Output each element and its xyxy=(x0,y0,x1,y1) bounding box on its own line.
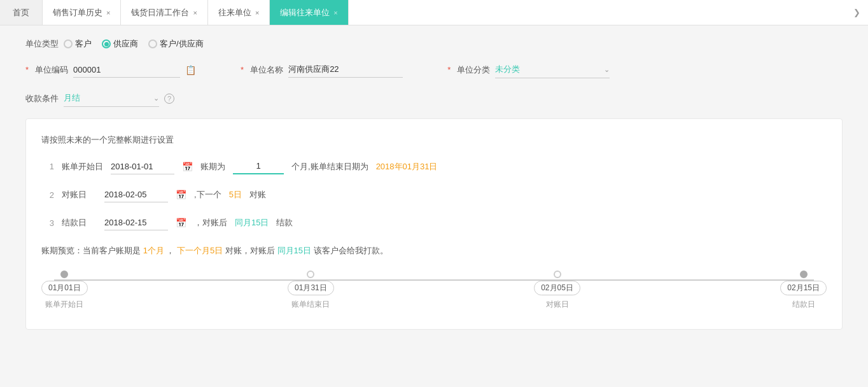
timeline-dot-start xyxy=(60,271,68,278)
tab-partners-label: 往来单位 xyxy=(218,7,251,18)
tab-sales-history-close[interactable]: × xyxy=(106,9,110,17)
preview-comma1: ， xyxy=(166,246,174,255)
unit-info-row: * 单位编码 📋 * 单位名称 * 单位分类 未分类 ⌄ xyxy=(25,61,843,78)
copy-icon[interactable]: 📋 xyxy=(185,65,196,75)
payment-condition-dropdown[interactable]: 月结 ⌄ xyxy=(64,90,159,107)
unit-category-arrow-icon: ⌄ xyxy=(604,66,610,74)
setting-row-1: 1 账单开始日 📅 账期为 个月,账单结束日期为 2018年01月31日 xyxy=(41,158,827,174)
payment-day-highlight: 同月15日 xyxy=(235,217,269,229)
unit-type-label: 单位类型 xyxy=(25,38,59,50)
row-1-period-label: 账期为 xyxy=(200,161,225,172)
timeline-node-recon: 02月05日 对账日 xyxy=(534,271,580,310)
timeline-badge-start: 01月01日 xyxy=(41,281,88,295)
tab-cashflow-close[interactable]: × xyxy=(193,9,197,17)
unit-name-input[interactable] xyxy=(288,62,403,78)
radio-both-label: 客户/供应商 xyxy=(160,38,204,50)
radio-group-unit-type: 客户 供应商 客户/供应商 xyxy=(64,38,204,50)
preview-suffix: 该客户会给我打款。 xyxy=(314,246,388,255)
row-3-suffix: 结款 xyxy=(276,217,293,229)
preview-payment: 同月15日 xyxy=(277,246,311,255)
page-content: 单位类型 客户 供应商 客户/供应商 * 单位编码 xyxy=(0,25,868,387)
row-2-prefix: ,下一个 xyxy=(194,189,221,201)
months-input[interactable] xyxy=(233,158,284,174)
timeline-dot-bill-end xyxy=(307,271,314,278)
recon-date-calendar-icon[interactable]: 📅 xyxy=(176,190,186,200)
recon-day-highlight: 5日 xyxy=(229,189,242,201)
tab-partners[interactable]: 往来单位 × xyxy=(208,0,270,25)
payment-date-input[interactable] xyxy=(104,215,168,230)
preview-months: 1个月 xyxy=(143,246,164,255)
row-1-num: 1 xyxy=(41,162,54,171)
row-1-suffix: 个月,账单结束日期为 xyxy=(291,161,368,172)
payment-condition-value: 月结 xyxy=(64,92,151,104)
unit-category-value: 未分类 xyxy=(495,64,601,75)
bill-end-date-highlight: 2018年01月31日 xyxy=(376,161,438,172)
unit-category-star: * xyxy=(447,65,451,74)
tab-home[interactable]: 首页 xyxy=(0,0,43,25)
tab-arrow[interactable]: ❯ xyxy=(846,0,868,25)
radio-customer-circle xyxy=(64,39,73,48)
timeline-dot-recon xyxy=(554,271,561,278)
preview-text: 账期预览：当前客户账期是 1个月 ， 下一个月5日 对账，对账后 同月15日 该… xyxy=(41,243,827,258)
tab-cashflow-label: 钱货日清工作台 xyxy=(131,7,189,18)
help-icon[interactable]: ? xyxy=(164,94,174,104)
radio-supplier-label: 供应商 xyxy=(113,38,138,50)
payment-date-calendar-icon[interactable]: 📅 xyxy=(176,218,186,228)
panel-hint: 请按照未来的一个完整帐期进行设置 xyxy=(41,134,827,146)
unit-category-label: 单位分类 xyxy=(457,64,490,76)
unit-code-field: * 单位编码 📋 xyxy=(25,62,196,78)
timeline-wrap: 01月01日 账单开始日 01月31日 账单结束日 02月05日 对账日 02月… xyxy=(41,271,827,310)
unit-code-input[interactable] xyxy=(73,62,180,78)
unit-code-star: * xyxy=(25,65,29,74)
timeline-dot-payment xyxy=(800,271,808,278)
tab-edit-partner-close[interactable]: × xyxy=(333,9,337,17)
tab-sales-history-label: 销售订单历史 xyxy=(53,7,102,18)
payment-condition-field: 收款条件 月结 ⌄ ? xyxy=(25,90,174,107)
row-3-num: 3 xyxy=(41,218,54,228)
setting-row-3: 3 结款日 📅 ，对账后 同月15日 结款 xyxy=(41,215,827,230)
row-3-label: 结款日 xyxy=(62,217,97,229)
timeline-badge-recon: 02月05日 xyxy=(534,281,580,295)
payment-condition-row: 收款条件 月结 ⌄ ? xyxy=(25,90,843,107)
settings-panel: 请按照未来的一个完整帐期进行设置 1 账单开始日 📅 账期为 个月,账单结束日期… xyxy=(25,118,843,330)
unit-type-row: 单位类型 客户 供应商 客户/供应商 xyxy=(25,38,843,50)
timeline-badge-bill-end: 01月31日 xyxy=(288,281,334,295)
timeline-label-bill-end: 账单结束日 xyxy=(291,299,330,310)
radio-both[interactable]: 客户/供应商 xyxy=(148,38,204,50)
unit-name-star: * xyxy=(241,65,244,74)
timeline-node-payment: 02月15日 结款日 xyxy=(780,271,827,310)
tab-bar: 首页 销售订单历史 × 钱货日清工作台 × 往来单位 × 编辑往来单位 × ❯ xyxy=(0,0,868,25)
unit-name-label: 单位名称 xyxy=(250,64,283,76)
radio-both-circle xyxy=(148,39,157,48)
recon-date-input[interactable] xyxy=(104,187,168,202)
start-date-input[interactable] xyxy=(111,159,174,174)
tab-partners-close[interactable]: × xyxy=(255,9,259,17)
timeline-node-bill-end: 01月31日 账单结束日 xyxy=(288,271,334,310)
tab-edit-partner-label: 编辑往来单位 xyxy=(280,7,330,18)
radio-supplier[interactable]: 供应商 xyxy=(102,38,138,50)
row-2-suffix: 对账 xyxy=(249,189,266,201)
preview-middle: 对账，对账后 xyxy=(225,246,277,255)
row-3-prefix: ，对账后 xyxy=(194,217,227,229)
tab-sales-history[interactable]: 销售订单历史 × xyxy=(43,0,121,25)
radio-supplier-circle xyxy=(102,39,111,48)
radio-customer-label: 客户 xyxy=(75,38,92,50)
timeline-label-payment: 结款日 xyxy=(792,299,815,310)
preview-prefix: 账期预览：当前客户账期是 xyxy=(41,246,141,255)
row-2-num: 2 xyxy=(41,190,54,200)
timeline-node-start: 01月01日 账单开始日 xyxy=(41,271,88,310)
start-date-calendar-icon[interactable]: 📅 xyxy=(182,162,193,172)
radio-customer[interactable]: 客户 xyxy=(64,38,92,50)
unit-category-dropdown[interactable]: 未分类 ⌄ xyxy=(495,61,610,78)
unit-name-field: * 单位名称 xyxy=(241,62,403,78)
setting-row-2: 2 对账日 📅 ,下一个 5日 对账 xyxy=(41,187,827,202)
timeline-label-recon: 对账日 xyxy=(546,299,569,310)
tab-home-label: 首页 xyxy=(13,7,29,18)
row-1-label: 账单开始日 xyxy=(62,161,103,172)
preview-recon: 下一个月5日 xyxy=(177,246,223,255)
payment-condition-label: 收款条件 xyxy=(25,93,59,104)
tab-edit-partner[interactable]: 编辑往来单位 × xyxy=(270,0,348,25)
row-2-label: 对账日 xyxy=(62,189,97,201)
tab-cashflow[interactable]: 钱货日清工作台 × xyxy=(121,0,207,25)
unit-code-label: 单位编码 xyxy=(35,64,68,76)
